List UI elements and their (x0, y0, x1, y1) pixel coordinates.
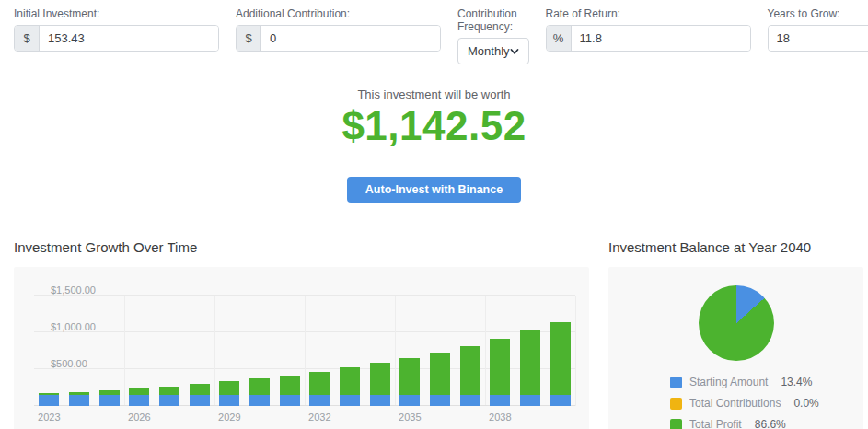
charts-row: Investment Growth Over Time $500.00$1,00… (0, 239, 868, 429)
x-tick-label: 2029 (218, 412, 240, 423)
bar-segment-starting (309, 395, 330, 406)
additional-contribution-group: $ (236, 25, 441, 52)
bar-segment-profit (340, 367, 360, 395)
additional-contribution-input[interactable] (261, 26, 440, 51)
percent-prefix: % (547, 26, 572, 51)
bar-segment-starting (370, 395, 390, 406)
contribution-frequency-label: Contribution Frequency: (457, 7, 529, 33)
contribution-frequency-value: Monthly (468, 44, 510, 58)
growth-chart-card: $500.00$1,000.00$1,500.00 20232026202920… (14, 267, 589, 429)
bar-segment-profit (460, 346, 480, 395)
x-tick-label: 2026 (128, 412, 150, 423)
bar-segment-starting (340, 395, 360, 406)
result-amount: $1,142.52 (0, 103, 868, 149)
field-initial-investment: Initial Investment: $ (14, 7, 219, 64)
bar-segment-starting (39, 395, 59, 406)
bar-segment-profit (430, 353, 450, 395)
bar-segment-profit (490, 339, 510, 395)
x-gridline (485, 296, 486, 406)
balance-chart-card: Starting Amount 13.4% Total Contribution… (608, 267, 863, 429)
bar-segment-starting (520, 395, 540, 406)
result-caption: This investment will be worth (0, 87, 868, 101)
legend-pct: 86.6% (755, 418, 786, 429)
bar-segment-starting (490, 395, 510, 406)
bar-segment-profit (129, 388, 149, 395)
bar-2025[interactable] (99, 390, 120, 406)
bar-2027[interactable] (159, 387, 179, 406)
rate-of-return-label: Rate of Return: (546, 7, 751, 20)
bar-segment-starting (550, 395, 571, 406)
calculator-controls: Initial Investment: $ Additional Contrib… (0, 0, 868, 64)
dollar-prefix: $ (237, 26, 261, 51)
balance-pie-chart[interactable] (699, 285, 774, 361)
bar-2035[interactable] (399, 358, 420, 406)
bar-2037[interactable] (460, 346, 480, 406)
bar-segment-starting (249, 395, 270, 406)
growth-x-axis: 202320262029203220352038 (34, 412, 575, 429)
initial-investment-input[interactable] (40, 26, 218, 51)
pie-legend: Starting Amount 13.4% Total Contribution… (670, 376, 819, 429)
x-tick-label: 2038 (489, 412, 511, 423)
auto-invest-button[interactable]: Auto-Invest with Binance (347, 177, 521, 203)
years-to-grow-input[interactable] (769, 26, 868, 51)
bar-2030[interactable] (249, 378, 270, 406)
bar-segment-profit (370, 363, 390, 395)
initial-investment-label: Initial Investment: (14, 7, 219, 20)
bar-segment-starting (399, 395, 420, 406)
bar-segment-profit (399, 358, 420, 395)
bar-segment-profit (550, 322, 571, 395)
bar-2024[interactable] (69, 392, 89, 406)
bar-2029[interactable] (219, 381, 239, 406)
bar-segment-starting (129, 395, 149, 406)
bar-2028[interactable] (190, 384, 210, 406)
balance-chart-title: Investment Balance at Year 2040 (608, 239, 863, 255)
chevron-down-icon (510, 47, 519, 56)
growth-chart-section: Investment Growth Over Time $500.00$1,00… (14, 239, 589, 429)
x-tick-label: 2032 (308, 412, 330, 423)
x-tick-label: 2023 (38, 412, 60, 423)
rate-of-return-input[interactable] (572, 26, 750, 51)
dollar-prefix: $ (15, 26, 40, 51)
bar-2032[interactable] (309, 372, 330, 406)
result-section: This investment will be worth $1,142.52 … (0, 87, 868, 203)
balance-chart-section: Investment Balance at Year 2040 Starting… (608, 239, 863, 429)
additional-contribution-label: Additional Contribution: (236, 7, 441, 20)
bar-segment-starting (69, 395, 89, 406)
field-contribution-frequency: Contribution Frequency: Monthly (457, 7, 529, 64)
field-additional-contribution: Additional Contribution: $ (236, 7, 441, 64)
bar-segment-profit (190, 384, 210, 395)
bar-2036[interactable] (430, 353, 450, 406)
x-gridline (395, 296, 396, 406)
x-gridline (124, 296, 125, 406)
y-tick-label: $500.00 (51, 358, 87, 369)
bar-2023[interactable] (39, 393, 59, 406)
x-gridline (305, 296, 306, 406)
total-contributions-swatch (670, 398, 682, 410)
contribution-frequency-select[interactable]: Monthly (457, 38, 529, 64)
legend-row-total-contributions[interactable]: Total Contributions 0.0% (670, 397, 819, 410)
total-profit-swatch (670, 419, 682, 429)
bar-segment-profit (520, 330, 540, 394)
bar-segment-starting (99, 395, 120, 406)
bar-segment-starting (460, 395, 480, 406)
bar-2031[interactable] (280, 376, 300, 406)
bar-segment-profit (249, 378, 270, 395)
bar-segment-profit (159, 387, 179, 395)
growth-chart-title: Investment Growth Over Time (14, 239, 589, 255)
legend-row-total-profit[interactable]: Total Profit 86.6% (670, 418, 819, 429)
bar-2040[interactable] (550, 322, 571, 406)
field-rate-of-return: Rate of Return: % (546, 7, 751, 64)
bar-segment-starting (159, 395, 179, 406)
legend-row-starting-amount[interactable]: Starting Amount 13.4% (670, 376, 819, 388)
bar-2038[interactable] (490, 339, 510, 406)
starting-amount-swatch (670, 377, 682, 388)
y-tick-label: $1,500.00 (51, 284, 96, 296)
bar-2034[interactable] (370, 363, 390, 406)
bar-2026[interactable] (129, 388, 149, 406)
y-tick-label: $1,000.00 (51, 321, 96, 332)
x-tick-label: 2035 (399, 412, 421, 423)
bar-2033[interactable] (340, 367, 360, 406)
bar-2039[interactable] (520, 330, 540, 406)
bar-segment-profit (219, 381, 239, 395)
bar-segment-profit (280, 376, 300, 395)
